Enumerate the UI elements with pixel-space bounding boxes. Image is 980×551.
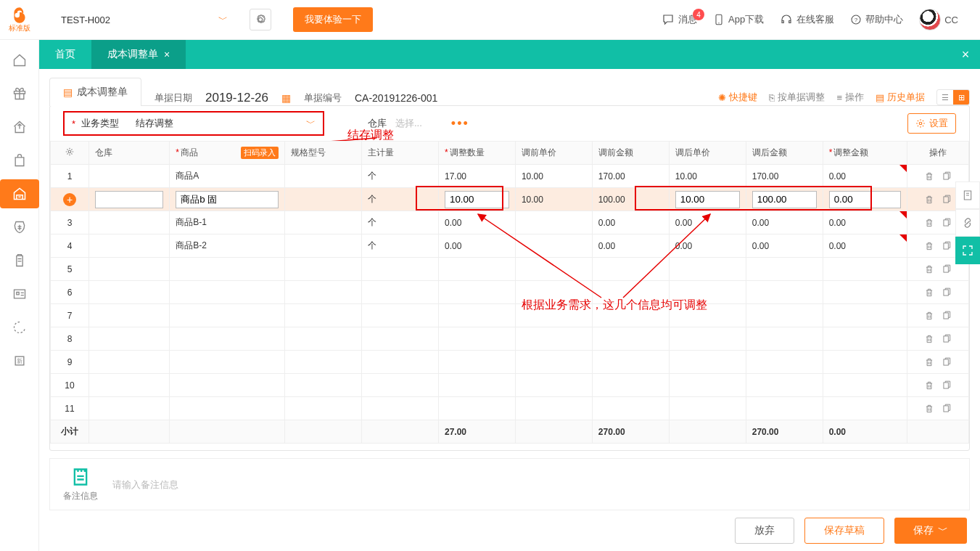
post-amt-input[interactable] <box>752 191 817 208</box>
table-row[interactable]: 9 <box>51 351 969 374</box>
history-link[interactable]: ▤ 历史单据 <box>876 91 925 104</box>
copy-icon[interactable] <box>942 334 952 344</box>
table-row[interactable]: 10 <box>51 374 969 397</box>
rail-warehouse[interactable] <box>0 179 39 208</box>
store-settings-button[interactable] <box>250 9 271 30</box>
table-row[interactable]: 4 商品B-2 个 0.00 0.00 0.00 0.00 0.00 <box>51 234 969 258</box>
table-row[interactable]: 6 <box>51 281 969 304</box>
view-grid-icon[interactable]: ⊞ <box>953 90 969 105</box>
delete-icon[interactable] <box>924 311 934 321</box>
rail-link-icon[interactable] <box>955 209 980 237</box>
rail-upload[interactable] <box>0 113 39 142</box>
delete-icon[interactable] <box>924 380 934 391</box>
biz-type-select[interactable]: *业务类型 结存调整 ﹀ <box>63 111 324 136</box>
copy-icon[interactable] <box>942 218 952 228</box>
notes-input[interactable] <box>111 478 956 491</box>
delete-icon[interactable] <box>924 264 934 274</box>
table-row[interactable]: + 个 10.00 100.00 <box>51 188 969 211</box>
view-toggle[interactable]: ☰ ⊞ <box>936 89 970 105</box>
save-button[interactable]: 保存 ﹀ <box>894 518 967 544</box>
table-row[interactable]: 11 <box>51 397 969 420</box>
messages-button[interactable]: 消息 4 <box>662 13 697 26</box>
tab-home[interactable]: 首页 <box>39 40 91 69</box>
col-qty[interactable]: 调整数量 <box>438 142 515 165</box>
app-download-button[interactable]: App下载 <box>713 13 764 26</box>
copy-icon[interactable] <box>942 380 952 391</box>
save-draft-button[interactable]: 保存草稿 <box>804 518 884 544</box>
more-icon[interactable]: ••• <box>451 116 469 131</box>
adj-amt-input[interactable] <box>829 191 902 208</box>
copy-icon[interactable] <box>942 357 952 367</box>
delete-icon[interactable] <box>924 287 934 298</box>
shortcut-link[interactable]: ✺ 快捷键 <box>718 91 757 104</box>
col-gear[interactable] <box>51 142 89 165</box>
discard-button[interactable]: 放弃 <box>735 518 794 544</box>
col-spec[interactable]: 规格型号 <box>285 142 362 165</box>
copy-icon[interactable] <box>942 171 952 181</box>
rail-new[interactable]: 新 <box>0 346 39 375</box>
table-row[interactable]: 8 <box>51 327 969 351</box>
delete-icon[interactable] <box>924 404 934 414</box>
rail-home[interactable] <box>0 46 39 75</box>
view-list-icon[interactable]: ☰ <box>937 90 953 105</box>
rail-bag[interactable] <box>0 146 39 175</box>
col-adj-amt[interactable]: 调整金额 <box>823 142 907 165</box>
messages-badge: 4 <box>693 9 704 20</box>
store-select[interactable]: TEST-H002 ﹀ <box>54 9 235 30</box>
rail-money[interactable] <box>0 213 39 242</box>
copy-icon[interactable] <box>942 264 952 274</box>
col-op[interactable]: 操作 <box>907 142 969 165</box>
help-center-button[interactable]: ? 帮助中心 <box>850 13 903 26</box>
delete-icon[interactable] <box>924 171 934 181</box>
product-input[interactable] <box>176 191 279 208</box>
rail-note-icon[interactable] <box>955 181 980 209</box>
svg-rect-10 <box>944 196 948 202</box>
rail-clipboard[interactable] <box>0 246 39 275</box>
qty-input[interactable] <box>445 191 509 208</box>
tab-cost-adjust[interactable]: 成本调整单 × <box>91 40 186 69</box>
rail-expand-icon[interactable] <box>955 237 980 264</box>
table-row[interactable]: 1 商品A 个 17.00 10.00 170.00 10.00 170.00 … <box>51 165 969 188</box>
col-uom[interactable]: 主计量 <box>362 142 439 165</box>
online-service-button[interactable]: 在线客服 <box>780 13 834 26</box>
scan-button[interactable]: 扫码录入 <box>241 147 279 159</box>
col-pre-amt[interactable]: 调前金额 <box>592 142 669 165</box>
table-row[interactable]: 5 <box>51 258 969 281</box>
doc-date[interactable]: 2019-12-26 <box>205 91 268 105</box>
phone-icon <box>713 13 725 26</box>
doc-tab[interactable]: ▤ 成本调整单 <box>49 78 141 106</box>
add-row-icon[interactable]: + <box>63 193 76 206</box>
experience-button[interactable]: 我要体验一下 <box>293 7 373 32</box>
by-doc-link[interactable]: ⎘ 按单据调整 <box>769 91 825 104</box>
close-icon[interactable]: × <box>164 49 170 60</box>
copy-icon[interactable] <box>942 404 952 414</box>
user-menu[interactable]: CC <box>919 9 958 30</box>
col-post-price[interactable]: 调后单价 <box>669 142 746 165</box>
delete-icon[interactable] <box>924 241 934 251</box>
delete-icon[interactable] <box>924 334 934 344</box>
delete-icon[interactable] <box>924 357 934 367</box>
headset-icon <box>780 13 793 26</box>
copy-icon[interactable] <box>942 287 952 298</box>
ops-link[interactable]: ≡ 操作 <box>836 91 864 104</box>
delete-icon[interactable] <box>924 218 934 228</box>
delete-icon[interactable] <box>924 195 934 205</box>
col-warehouse[interactable]: 仓库 <box>88 142 169 165</box>
settings-button[interactable]: 设置 <box>907 113 956 134</box>
table-row[interactable]: 7 <box>51 304 969 327</box>
table-row[interactable]: 3 商品B-1 个 0.00 0.00 0.00 0.00 0.00 <box>51 211 969 234</box>
help-icon: ? <box>850 14 862 25</box>
copy-icon[interactable] <box>942 195 952 205</box>
post-price-input[interactable] <box>675 191 740 208</box>
col-post-amt[interactable]: 调后金额 <box>746 142 823 165</box>
rail-sync[interactable] <box>0 313 39 342</box>
warehouse-input[interactable] <box>95 191 163 208</box>
col-product[interactable]: 商品扫码录入 <box>170 142 285 165</box>
close-all-tabs[interactable]: × <box>951 40 980 69</box>
copy-icon[interactable] <box>942 241 952 251</box>
col-pre-price[interactable]: 调前单价 <box>515 142 592 165</box>
rail-gift[interactable] <box>0 79 39 108</box>
calendar-icon[interactable]: ▦ <box>281 92 291 104</box>
copy-icon[interactable] <box>942 311 952 321</box>
rail-id[interactable] <box>0 279 39 309</box>
